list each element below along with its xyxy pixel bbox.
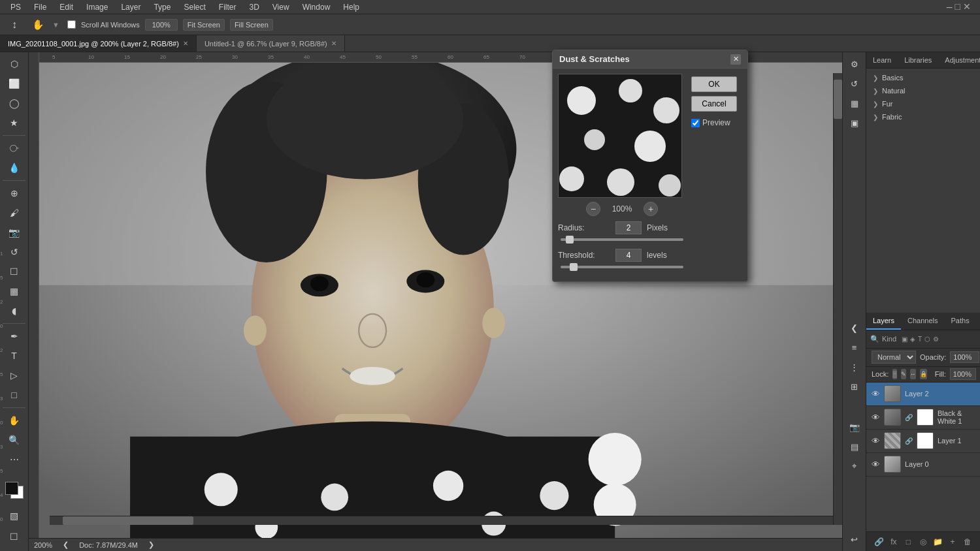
layer-item-layer0[interactable]: 👁 Layer 0: [866, 453, 980, 477]
lasso-tool[interactable]: ◯: [5, 94, 24, 112]
undo-history-icon[interactable]: ↩: [845, 530, 864, 548]
history-brush-tool[interactable]: ↺: [5, 243, 24, 261]
layer-filter-text[interactable]: T: [918, 336, 922, 343]
menu-help[interactable]: Help: [338, 1, 365, 13]
move-tool-icon[interactable]: ↕: [5, 16, 24, 34]
layer1-visibility-icon[interactable]: 👁: [872, 436, 880, 446]
menu-edit[interactable]: Edit: [54, 1, 78, 13]
bw1-visibility-icon[interactable]: 👁: [872, 413, 880, 422]
hand-tool-left[interactable]: ✋: [5, 411, 24, 430]
move-tool[interactable]: ⬡: [5, 55, 24, 73]
tab-libraries[interactable]: Libraries: [898, 52, 938, 68]
heal-tool[interactable]: ⊕: [5, 184, 24, 202]
layer-mask-icon[interactable]: □: [902, 536, 914, 548]
menu-layer[interactable]: Layer: [116, 1, 146, 13]
dialog-title-bar[interactable]: Dust & Scratches ✕: [553, 50, 747, 69]
dialog-ok-button[interactable]: OK: [691, 76, 737, 92]
layer-filter-shape[interactable]: ⬡: [924, 336, 930, 343]
zoom-in-button[interactable]: +: [644, 202, 658, 216]
style-item-fabric[interactable]: ❯ Fabric: [869, 110, 977, 123]
panel-menu-icon[interactable]: ≡: [845, 338, 864, 356]
tab-adjustment[interactable]: Adjustment: [938, 52, 980, 68]
lock-pixels-icon[interactable]: ▒: [892, 369, 896, 379]
gradient-tool[interactable]: ▦: [5, 282, 24, 300]
radius-input[interactable]: 2: [615, 221, 642, 234]
dust-scratches-dialog[interactable]: Dust & Scratches ✕: [552, 50, 748, 282]
dialog-preview-area[interactable]: [558, 74, 682, 198]
tab-untitled-1[interactable]: Untitled-1 @ 66.7% (Layer 9, RGB/8#) ✕: [197, 35, 345, 52]
quick-select-tool[interactable]: ★: [5, 114, 24, 132]
radius-slider-thumb[interactable]: [566, 236, 574, 244]
fill-input[interactable]: [950, 368, 976, 380]
layers-toggle-icon[interactable]: ▣: [845, 114, 864, 132]
stamp-tool[interactable]: 📷: [5, 223, 24, 242]
menu-select[interactable]: Select: [178, 1, 210, 13]
selection-tool[interactable]: ⬜: [5, 74, 24, 93]
layer-filter-smart[interactable]: ⚙: [933, 336, 939, 343]
layer-adjustment-icon[interactable]: ◎: [917, 536, 929, 548]
style-item-fur[interactable]: ❯ Fur: [869, 97, 977, 110]
layer-item-bw1[interactable]: 👁 🔗 Black & White 1: [866, 406, 980, 430]
menu-ps[interactable]: PS: [5, 1, 26, 13]
menu-filter[interactable]: Filter: [214, 1, 242, 13]
zoom-out-button[interactable]: −: [586, 202, 600, 216]
zoom-level-display[interactable]: 100%: [145, 19, 178, 31]
app-close-button[interactable]: ✕: [963, 1, 971, 13]
zoom-tool[interactable]: 🔍: [5, 431, 24, 449]
crop-tool[interactable]: ⧂: [5, 139, 24, 157]
threshold-slider-thumb[interactable]: [570, 263, 578, 271]
camera-icon[interactable]: 📷: [845, 418, 864, 436]
radius-slider[interactable]: [561, 238, 683, 241]
layer-link-icon[interactable]: 🔗: [873, 536, 885, 548]
eyedropper-tool[interactable]: 💧: [5, 159, 24, 177]
canvas-scrollbar-vertical[interactable]: [833, 73, 842, 525]
dialog-cancel-button[interactable]: Cancel: [691, 96, 737, 112]
layer-item-layer2[interactable]: 👁 Layer 2: [866, 383, 980, 406]
shape-tool[interactable]: □: [5, 386, 24, 404]
tab-img-0001[interactable]: IMG_20201108_0001.jpg @ 200% (Layer 2, R…: [0, 35, 197, 52]
layer0-visibility-icon[interactable]: 👁: [872, 460, 880, 469]
layer-folder-icon[interactable]: 📁: [932, 536, 944, 548]
collapse-icon[interactable]: ❮: [845, 319, 864, 337]
menu-3d[interactable]: 3D: [244, 1, 264, 13]
style-item-basics[interactable]: ❯ Basics: [869, 71, 977, 84]
menu-type[interactable]: Type: [148, 1, 176, 13]
lock-all-icon[interactable]: 🔒: [920, 369, 927, 379]
layers-tab-channels[interactable]: Channels: [901, 313, 944, 330]
canvas-scrollbar-horizontal[interactable]: [50, 516, 833, 525]
canvas-nav-prev[interactable]: ❮: [63, 541, 69, 549]
menu-image[interactable]: Image: [81, 1, 113, 13]
preview-checkbox[interactable]: [691, 119, 700, 127]
fill-screen-button[interactable]: Fill Screen: [230, 19, 273, 31]
style-item-natural[interactable]: ❯ Natural: [869, 84, 977, 97]
panel-grid-icon[interactable]: ⊞: [845, 377, 864, 396]
panel-grid2-icon[interactable]: ⌖: [845, 457, 864, 475]
tab-untitled-1-close[interactable]: ✕: [331, 40, 336, 47]
canvas-nav-next[interactable]: ❯: [148, 541, 154, 549]
menu-window[interactable]: Window: [297, 1, 336, 13]
blend-mode-select[interactable]: Normal Multiply Screen: [872, 351, 916, 364]
menu-view[interactable]: View: [267, 1, 295, 13]
foreground-color-swatch[interactable]: [5, 482, 18, 495]
text-tool[interactable]: T: [5, 347, 24, 365]
history-icon[interactable]: ↺: [845, 74, 864, 93]
tab-img-0001-close[interactable]: ✕: [183, 40, 188, 47]
fit-screen-button[interactable]: Fit Screen: [183, 19, 225, 31]
threshold-slider[interactable]: [561, 266, 683, 268]
tool-options-icon[interactable]: ⚙: [845, 55, 864, 73]
layer2-visibility-icon[interactable]: 👁: [872, 389, 880, 399]
dialog-close-button[interactable]: ✕: [730, 54, 741, 65]
layer-item-layer1[interactable]: 👁 🔗 Layer 1: [866, 430, 980, 453]
quick-mask-toggle[interactable]: ▧: [5, 507, 24, 525]
layers-tab-paths[interactable]: Paths: [945, 313, 976, 330]
dodge-tool[interactable]: ◖: [5, 302, 24, 320]
screen-mode-button[interactable]: ☐: [5, 527, 24, 546]
layer-fx-icon[interactable]: fx: [888, 536, 900, 548]
lock-position-icon[interactable]: ✎: [901, 369, 906, 379]
panel-adjust-icon[interactable]: ▤: [845, 437, 864, 456]
path-select-tool[interactable]: ▷: [5, 366, 24, 385]
channels-icon[interactable]: ▦: [845, 94, 864, 112]
hand-tool[interactable]: ✋: [29, 16, 47, 34]
layers-tab-layers[interactable]: Layers: [866, 313, 901, 330]
threshold-input[interactable]: 4: [615, 249, 642, 262]
